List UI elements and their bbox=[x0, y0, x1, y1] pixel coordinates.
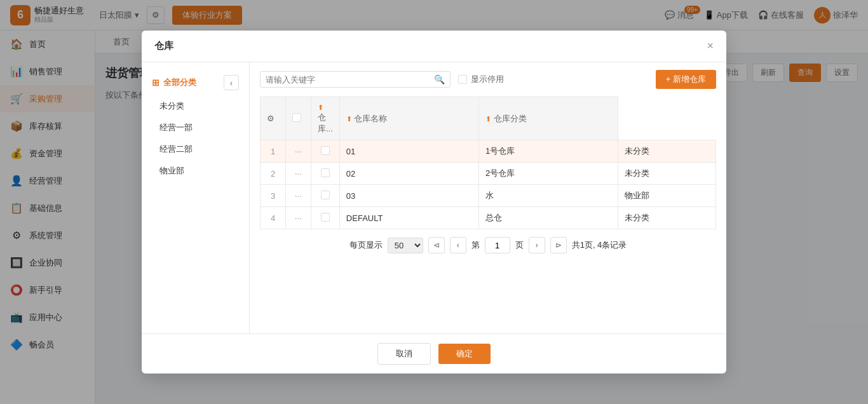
modal-close-button[interactable]: × bbox=[707, 39, 714, 53]
table-panel: 🔍 显示停用 + 新增仓库 ⚙ bbox=[250, 62, 726, 333]
row-code: 02 bbox=[339, 163, 478, 185]
row-checkbox-cell bbox=[311, 207, 340, 229]
confirm-button[interactable]: 确定 bbox=[438, 344, 491, 364]
row-name: 2号仓库 bbox=[479, 163, 618, 185]
row-checkbox-cell bbox=[311, 140, 340, 163]
show-disabled-label: 显示停用 bbox=[471, 74, 504, 85]
row-checkbox-cell bbox=[311, 185, 340, 207]
row-category: 未分类 bbox=[618, 207, 716, 229]
sort-icon-code: ⬆ bbox=[318, 104, 323, 111]
page-label: 第 bbox=[471, 239, 480, 251]
row-name: 1号仓库 bbox=[479, 140, 618, 163]
category-grid-icon: ⊞ bbox=[152, 77, 159, 88]
sort-icon-category: ⬆ bbox=[485, 115, 491, 123]
row-category: 物业部 bbox=[618, 185, 716, 207]
modal-footer: 取消 确定 bbox=[142, 333, 726, 374]
row-code: DEFAULT bbox=[339, 207, 478, 229]
table-header-row: ⚙ ⬆ 仓库... ⬆ 仓库名称 bbox=[261, 97, 716, 140]
row-gear-cell: ··· bbox=[286, 140, 311, 163]
row-name: 总仓 bbox=[479, 207, 618, 229]
row-code: 03 bbox=[339, 185, 478, 207]
table-row[interactable]: 3 ··· 03 水 物业部 bbox=[261, 185, 716, 207]
page-first-button[interactable]: ⊲ bbox=[428, 237, 445, 253]
row-category: 未分类 bbox=[618, 163, 716, 185]
category-item-1[interactable]: 经营一部 bbox=[142, 117, 249, 138]
table-body: 1 ··· 01 1号仓库 未分类 2 ··· 02 2号仓库 未分类 3 ··… bbox=[261, 140, 716, 229]
modal-body: ⊞ 全部分类 ‹ 未分类 经营一部 经营二部 物业部 bbox=[142, 62, 726, 333]
row-gear-icon[interactable]: ··· bbox=[295, 191, 302, 201]
table-row[interactable]: 1 ··· 01 1号仓库 未分类 bbox=[261, 140, 716, 163]
search-box: 🔍 bbox=[260, 71, 451, 88]
table-toolbar: 🔍 显示停用 + 新增仓库 bbox=[260, 70, 716, 89]
row-gear-cell: ··· bbox=[286, 207, 311, 229]
row-index: 3 bbox=[261, 185, 286, 207]
row-gear-cell: ··· bbox=[286, 185, 311, 207]
category-panel: ⊞ 全部分类 ‹ 未分类 经营一部 经营二部 物业部 bbox=[142, 62, 250, 333]
page-number-input[interactable] bbox=[485, 237, 510, 253]
row-checkbox[interactable] bbox=[321, 146, 330, 155]
row-checkbox[interactable] bbox=[321, 213, 330, 222]
table-row[interactable]: 2 ··· 02 2号仓库 未分类 bbox=[261, 163, 716, 185]
row-name: 水 bbox=[479, 185, 618, 207]
show-disabled-area: 显示停用 bbox=[458, 74, 504, 85]
search-input[interactable] bbox=[266, 75, 434, 84]
cancel-button[interactable]: 取消 bbox=[377, 343, 431, 365]
sort-icon-name: ⬆ bbox=[346, 115, 352, 123]
row-category: 未分类 bbox=[618, 140, 716, 163]
category-item-3[interactable]: 物业部 bbox=[142, 160, 249, 182]
row-index: 2 bbox=[261, 163, 286, 185]
page-end-label: 页 bbox=[515, 239, 524, 251]
page-prev-button[interactable]: ‹ bbox=[450, 237, 466, 253]
category-item-2[interactable]: 经营二部 bbox=[142, 138, 249, 160]
th-name: ⬆ 仓库名称 bbox=[339, 97, 478, 140]
search-icon[interactable]: 🔍 bbox=[434, 74, 445, 84]
th-gear: ⚙ bbox=[261, 97, 286, 140]
category-all-header[interactable]: ⊞ 全部分类 ‹ bbox=[142, 70, 249, 95]
row-gear-icon[interactable]: ··· bbox=[295, 168, 302, 178]
th-category: ⬆ 仓库分类 bbox=[479, 97, 618, 140]
th-checkbox bbox=[286, 97, 311, 140]
modal-overlay[interactable]: 仓库 × ⊞ 全部分类 ‹ 未分类 经营一部 经营二部 bbox=[0, 0, 868, 404]
th-code: ⬆ 仓库... bbox=[311, 97, 340, 140]
row-gear-icon[interactable]: ··· bbox=[295, 146, 302, 156]
modal-title: 仓库 bbox=[154, 40, 173, 52]
modal-header: 仓库 × bbox=[142, 30, 726, 62]
gear-header-icon: ⚙ bbox=[267, 114, 275, 123]
row-gear-icon[interactable]: ··· bbox=[295, 213, 302, 223]
row-checkbox-cell bbox=[311, 163, 340, 185]
th-checkbox-all[interactable] bbox=[292, 113, 301, 122]
per-page-label: 每页显示 bbox=[349, 239, 383, 251]
category-item-0[interactable]: 未分类 bbox=[142, 95, 249, 117]
row-checkbox[interactable] bbox=[321, 191, 330, 199]
page-next-button[interactable]: › bbox=[529, 237, 545, 253]
row-gear-cell: ··· bbox=[286, 163, 311, 185]
category-collapse-button[interactable]: ‹ bbox=[224, 75, 239, 90]
add-warehouse-button[interactable]: + 新增仓库 bbox=[656, 70, 716, 89]
show-disabled-checkbox[interactable] bbox=[458, 75, 467, 84]
table-row[interactable]: 4 ··· DEFAULT 总仓 未分类 bbox=[261, 207, 716, 229]
row-checkbox[interactable] bbox=[321, 168, 330, 177]
pagination-bar: 每页显示 50 100 200 ⊲ ‹ 第 页 › ⊳ 共1页, 4条记录 bbox=[260, 237, 716, 253]
row-code: 01 bbox=[339, 140, 478, 163]
row-index: 4 bbox=[261, 207, 286, 229]
per-page-select[interactable]: 50 100 200 bbox=[388, 238, 423, 253]
warehouse-modal: 仓库 × ⊞ 全部分类 ‹ 未分类 经营一部 经营二部 bbox=[142, 30, 726, 374]
page-last-button[interactable]: ⊳ bbox=[550, 237, 567, 253]
row-index: 1 bbox=[261, 140, 286, 163]
total-label: 共1页, 4条记录 bbox=[572, 239, 627, 251]
category-all-label: 全部分类 bbox=[163, 77, 196, 88]
warehouse-table: ⚙ ⬆ 仓库... ⬆ 仓库名称 bbox=[260, 97, 716, 229]
